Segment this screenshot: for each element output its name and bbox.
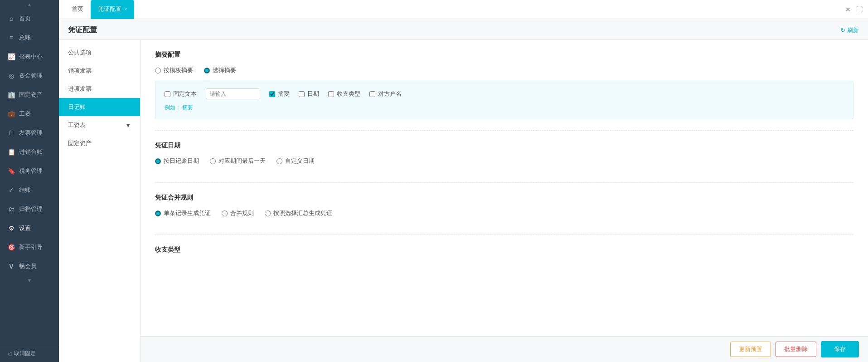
refresh-icon: ↻ (840, 27, 845, 34)
sidebar-item-invoice-management[interactable]: 🗒 发票管理 (0, 123, 59, 142)
update-preview-button[interactable]: 更新预置 (730, 342, 771, 357)
purchase-icon: 📋 (7, 148, 15, 156)
example-text: 例如： 摘要 (165, 104, 844, 112)
radio-single-record[interactable]: 单条记录生成凭证 (155, 209, 211, 217)
tab-close-icon[interactable]: × (124, 6, 127, 12)
sidebar-item-home[interactable]: ⌂ 首页 (0, 9, 59, 28)
sidebar-item-closing[interactable]: ✓ 结账 (0, 181, 59, 200)
sidebar-item-fixed-assets[interactable]: 🏢 固定资产 (0, 85, 59, 104)
nav-public-options[interactable]: 公共选项 (59, 44, 140, 62)
income-type-title: 收支类型 (155, 246, 853, 254)
assets-icon: 🏢 (7, 91, 15, 98)
radio-merge-rule[interactable]: 合并规则 (222, 209, 254, 217)
payroll-icon: 💼 (7, 110, 15, 117)
radio-journal-date[interactable]: 按日记账日期 (155, 157, 199, 165)
save-button[interactable]: 保存 (821, 341, 859, 357)
income-type-section: 收支类型 (155, 246, 853, 272)
content-area: 公共选项 销项发票 进项发票 日记账 工资表 ▼ 固定资产 (59, 40, 868, 362)
refresh-button[interactable]: ↻ 刷新 (840, 26, 859, 34)
sidebar: ▲ ⌂ 首页 ≡ 总账 📈 报表中心 ◎ 资金管理 🏢 固定资产 💼 工资 🗒 … (0, 0, 59, 362)
sidebar-item-archive[interactable]: 🗂 归档管理 (0, 200, 59, 219)
tax-icon: 🔖 (7, 167, 15, 175)
sidebar-unpin-button[interactable]: ◁ 取消固定 (0, 345, 59, 362)
expand-arrow-icon: ▼ (125, 122, 131, 129)
window-maximize-icon[interactable]: ⛶ (856, 6, 863, 13)
home-icon: ⌂ (7, 15, 15, 22)
voucher-date-title: 凭证日期 (155, 142, 853, 150)
nav-journal[interactable]: 日记账 (59, 98, 140, 116)
invoice-icon: 🗒 (7, 129, 15, 137)
window-controls: ✕ ⛶ (845, 6, 863, 13)
bottom-bar: 更新预置 批量删除 保存 (141, 336, 868, 362)
summary-config-box: 固定文本 摘要 日期 (155, 81, 853, 119)
nav-purchase-invoice[interactable]: 进项发票 (59, 80, 140, 98)
settings-icon: ⚙ (7, 225, 15, 232)
sidebar-scroll-down[interactable]: ▼ (0, 276, 59, 285)
radio-custom-date[interactable]: 自定义日期 (276, 157, 315, 165)
checkbox-date[interactable]: 日期 (299, 90, 319, 98)
sidebar-item-vip[interactable]: V 畅会员 (0, 257, 59, 276)
page-header: 凭证配置 ↻ 刷新 (59, 19, 868, 40)
batch-delete-button[interactable]: 批量删除 (776, 342, 816, 357)
right-content: 摘要配置 按模板摘要 选择摘要 (141, 40, 868, 362)
fixed-text-input[interactable] (206, 88, 260, 99)
ledger-icon: ≡ (7, 34, 15, 41)
vip-icon: V (7, 263, 15, 270)
tab-home[interactable]: 首页 (64, 0, 91, 19)
guide-icon: 🎯 (7, 244, 15, 251)
sidebar-item-guide[interactable]: 🎯 新手引导 (0, 238, 59, 257)
sidebar-item-payroll[interactable]: 💼 工资 (0, 104, 59, 123)
tab-voucher-config[interactable]: 凭证配置 × (91, 0, 134, 19)
sidebar-item-report-center[interactable]: 📈 报表中心 (0, 47, 59, 66)
tab-bar: 首页 凭证配置 × ✕ ⛶ (59, 0, 868, 19)
summary-config-section: 摘要配置 按模板摘要 选择摘要 (155, 51, 853, 131)
checkbox-counterparty-name[interactable]: 对方户名 (369, 90, 402, 98)
voucher-date-radio-group: 按日记账日期 对应期间最后一天 自定义日期 (155, 157, 853, 165)
sidebar-item-fund-management[interactable]: ◎ 资金管理 (0, 66, 59, 85)
radio-select-summary[interactable]: 选择摘要 (204, 66, 236, 74)
main-area: 首页 凭证配置 × ✕ ⛶ 凭证配置 ↻ 刷新 公共选项 销项发票 进项 (59, 0, 868, 362)
left-nav: 公共选项 销项发票 进项发票 日记账 工资表 ▼ 固定资产 (59, 40, 141, 362)
report-icon: 📈 (7, 53, 15, 60)
merge-rule-section: 凭证合并规则 单条记录生成凭证 合并规则 按照选择汇总生成凭证 (155, 194, 853, 235)
radio-summary-voucher[interactable]: 按照选择汇总生成凭证 (265, 209, 332, 217)
sidebar-item-purchase-sales[interactable]: 📋 进销台账 (0, 142, 59, 161)
sidebar-item-settings[interactable]: ⚙ 设置 (0, 219, 59, 238)
radio-period-last-day[interactable]: 对应期间最后一天 (210, 157, 266, 165)
checkbox-summary[interactable]: 摘要 (269, 90, 290, 98)
archive-icon: 🗂 (7, 205, 15, 213)
nav-fixed-assets-sub[interactable]: 固定资产 (59, 134, 140, 152)
nav-sales-invoice[interactable]: 销项发票 (59, 62, 140, 80)
window-close-icon[interactable]: ✕ (845, 6, 851, 13)
merge-rule-title: 凭证合并规则 (155, 194, 853, 202)
checkbox-fixed-text[interactable]: 固定文本 (165, 90, 197, 98)
unpin-icon: ◁ (7, 351, 11, 357)
checkbox-row: 固定文本 摘要 日期 (165, 88, 844, 99)
fund-icon: ◎ (7, 72, 15, 79)
sidebar-item-tax-management[interactable]: 🔖 税务管理 (0, 161, 59, 181)
sidebar-item-general-ledger[interactable]: ≡ 总账 (0, 28, 59, 47)
radio-template-summary[interactable]: 按模板摘要 (155, 66, 193, 74)
summary-config-title: 摘要配置 (155, 51, 853, 59)
closing-icon: ✓ (7, 186, 15, 194)
page-title: 凭证配置 (68, 25, 97, 35)
sidebar-scroll-up[interactable]: ▲ (0, 0, 59, 9)
merge-rule-radio-group: 单条记录生成凭证 合并规则 按照选择汇总生成凭证 (155, 209, 853, 217)
nav-payroll-table[interactable]: 工资表 ▼ (59, 116, 140, 134)
voucher-date-section: 凭证日期 按日记账日期 对应期间最后一天 自定义日期 (155, 142, 853, 183)
right-scroll-area: 摘要配置 按模板摘要 选择摘要 (141, 40, 868, 336)
summary-radio-group: 按模板摘要 选择摘要 (155, 66, 853, 74)
checkbox-income-type[interactable]: 收支类型 (328, 90, 360, 98)
